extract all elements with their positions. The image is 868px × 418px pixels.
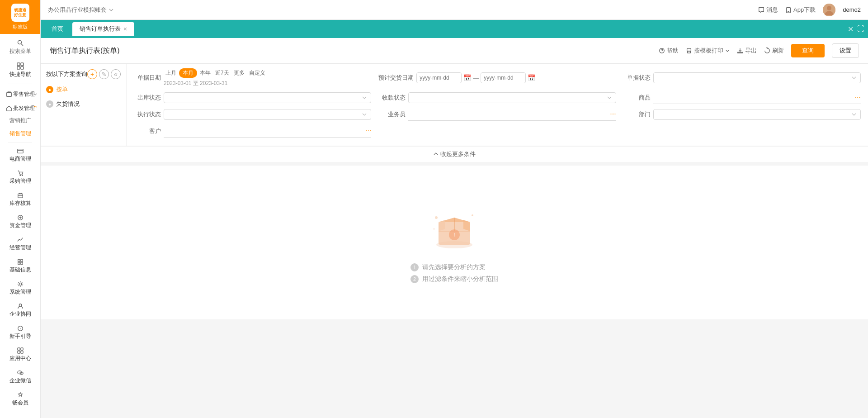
exec-status-select[interactable] xyxy=(164,109,371,120)
svg-point-23 xyxy=(17,371,21,374)
date-option-last-month[interactable]: 上月 xyxy=(164,68,178,78)
sidebar-item-newbie[interactable]: 新手引导 xyxy=(0,322,40,344)
sidebar-logo[interactable]: 畅捷通好生意 标准版 xyxy=(0,0,40,34)
empty-num-1: 1 xyxy=(410,263,419,271)
filter-item-exec-status: 执行状态 xyxy=(134,108,371,121)
department-select[interactable] xyxy=(653,109,861,120)
payment-status-select[interactable] xyxy=(408,92,616,103)
svg-rect-22 xyxy=(20,351,23,353)
filter-row-3: 执行状态 业务员 ··· xyxy=(134,108,861,121)
sidebar-item-operations[interactable]: 经营管理 xyxy=(0,233,40,255)
salesperson-more-icon[interactable]: ··· xyxy=(610,110,616,118)
tabbar-expand-button[interactable]: ⛶ xyxy=(857,25,864,33)
scheme-panel: 按以下方案查询 + ✎ « ● 按单 ● xyxy=(41,64,127,146)
customer-more-icon[interactable]: ··· xyxy=(365,127,371,135)
settings-button[interactable]: 设置 xyxy=(832,43,859,58)
customer-input[interactable]: ··· xyxy=(164,124,371,138)
sidebar-item-system[interactable]: 系统管理 xyxy=(0,277,40,299)
product-more-icon[interactable]: ··· xyxy=(855,93,861,101)
filter-item-doc-status: 单据状态 xyxy=(623,68,861,87)
svg-point-17 xyxy=(19,283,21,285)
export-button[interactable]: 导出 xyxy=(737,47,757,55)
tab-close-icon[interactable]: × xyxy=(123,26,127,32)
empty-line1: 请先选择要分析的方案 xyxy=(422,263,486,271)
svg-rect-16 xyxy=(20,262,22,264)
date-option-this-year[interactable]: 本年 xyxy=(198,68,212,78)
sidebar-item-basic[interactable]: 基础信息 xyxy=(0,255,40,277)
doc-status-select[interactable] xyxy=(653,72,861,83)
tabbar-actions: ✕ ⛶ xyxy=(848,25,864,33)
sidebar-item-purchase[interactable]: 采购管理 xyxy=(0,166,40,189)
svg-rect-30 xyxy=(687,48,691,51)
sidebar-item-quicknav[interactable]: 快捷导航 xyxy=(0,59,40,82)
svg-rect-21 xyxy=(17,351,19,353)
scheme-dot-按单: ● xyxy=(46,86,53,93)
sidebar-item-retail[interactable]: 零售管理 xyxy=(0,86,40,100)
operations-label: 经营管理 xyxy=(9,244,31,252)
query-button[interactable]: 查询 xyxy=(791,44,825,57)
sidebar-item-enterprise[interactable]: 企业协同 xyxy=(0,299,40,322)
logo-version: 标准版 xyxy=(13,24,28,30)
page-header: 销售订单执行表(按单) 帮助 按模板打印 导出 xyxy=(41,38,868,64)
sidebar-item-finance[interactable]: 资金管理 xyxy=(0,211,40,233)
topbar-right: 消息 App下载 demo2 xyxy=(758,4,861,16)
sidebar-divider-2 xyxy=(8,142,32,142)
collapse-bar[interactable]: 收起更多条件 xyxy=(41,146,868,162)
sidebar-item-inventory[interactable]: 库存核算 xyxy=(0,189,40,211)
tab-home[interactable]: 首页 xyxy=(44,22,71,36)
tabbar-close-button[interactable]: ✕ xyxy=(848,25,854,33)
add-scheme-button[interactable]: + xyxy=(87,69,97,79)
tab-active[interactable]: 销售订单执行表 × xyxy=(72,22,134,36)
sidebar-sub-item-sales[interactable]: 销售管理 xyxy=(0,127,40,140)
topbar: 办公用品行业模拟账套 消息 App下载 demo2 xyxy=(41,0,868,20)
user-avatar[interactable] xyxy=(823,4,835,16)
sidebar-item-ecommerce[interactable]: 电商管理 xyxy=(0,144,40,166)
svg-rect-5 xyxy=(21,66,24,69)
collapse-scheme-button[interactable]: « xyxy=(111,69,121,79)
help-label: 帮助 xyxy=(667,47,679,55)
tabbar: 首页 销售订单执行表 × ✕ ⛶ xyxy=(41,20,868,38)
doc-date-label: 单据日期 xyxy=(134,74,161,82)
date-option-more[interactable]: 更多 xyxy=(232,68,246,78)
delivery-date-start-calendar-icon[interactable]: 📅 xyxy=(463,74,471,81)
scheme-label-欠货情况: 欠货情况 xyxy=(56,100,80,108)
product-input[interactable]: ··· xyxy=(653,91,861,104)
finance-label: 资金管理 xyxy=(9,222,31,229)
app-download-button[interactable]: App下载 xyxy=(785,6,816,14)
stock-status-select[interactable] xyxy=(164,92,371,103)
empty-text-item-2: 2 用过滤条件来缩小分析范围 xyxy=(410,275,498,283)
scheme-item-欠货情况[interactable]: ● 欠货情况 xyxy=(46,98,121,110)
delivery-date-start[interactable] xyxy=(416,72,462,83)
search-menu-button[interactable]: 搜索菜单 xyxy=(4,38,37,57)
svg-rect-3 xyxy=(21,63,24,66)
date-option-custom[interactable]: 自定义 xyxy=(247,68,267,78)
page-selector-label: 办公用品行业模拟账套 xyxy=(48,6,107,14)
svg-point-0 xyxy=(18,41,21,44)
template-print-button[interactable]: 按模板打印 xyxy=(686,47,730,55)
purchase-label: 采购管理 xyxy=(9,177,31,185)
refresh-button[interactable]: 刷新 xyxy=(764,47,784,55)
date-option-this-month[interactable]: 本月 xyxy=(179,68,197,78)
inventory-label: 库存核算 xyxy=(9,200,31,207)
salesperson-input[interactable]: ··· xyxy=(408,108,616,121)
message-button[interactable]: 消息 xyxy=(758,6,778,14)
logo-abbr: 畅捷通好生意 xyxy=(14,8,26,18)
sidebar-item-wechat[interactable]: 企业微信 xyxy=(0,366,40,388)
svg-rect-14 xyxy=(20,260,22,261)
scheme-item-按单[interactable]: ● 按单 xyxy=(46,84,121,95)
sidebar-item-wholesale[interactable]: 批发管理 xyxy=(0,100,40,114)
delivery-date-end[interactable] xyxy=(481,72,526,83)
sidebar-item-member[interactable]: 畅会员 xyxy=(0,388,40,410)
svg-point-28 xyxy=(827,6,831,10)
message-label: 消息 xyxy=(766,6,778,14)
help-button[interactable]: 帮助 xyxy=(659,47,679,55)
page-selector[interactable]: 办公用品行业模拟账套 xyxy=(48,6,114,14)
date-option-7days[interactable]: 近7天 xyxy=(213,68,231,78)
svg-rect-4 xyxy=(17,66,20,69)
wechat-label: 企业微信 xyxy=(9,377,31,385)
sidebar-sub-item-marketing[interactable]: 营销推广 xyxy=(0,114,40,127)
sidebar-item-appstore[interactable]: 应用中心 xyxy=(0,344,40,366)
svg-rect-13 xyxy=(18,260,19,261)
edit-scheme-button[interactable]: ✎ xyxy=(99,69,109,79)
delivery-date-end-calendar-icon[interactable]: 📅 xyxy=(528,74,535,81)
